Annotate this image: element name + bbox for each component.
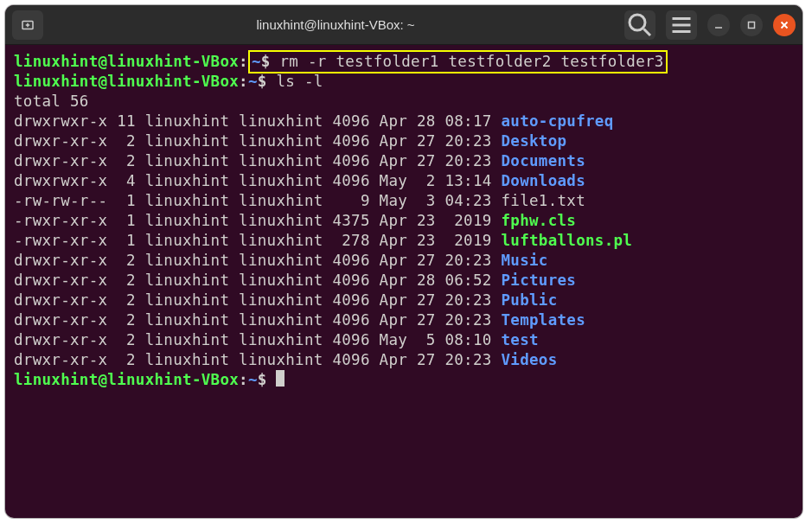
svg-point-3 <box>630 15 645 30</box>
svg-rect-9 <box>749 22 755 28</box>
file-name: Music <box>501 252 547 269</box>
hamburger-menu-button[interactable] <box>666 10 697 40</box>
ls-row: drwxr-xr-x 2 linuxhint linuxhint 4096 Ap… <box>14 291 794 310</box>
new-tab-button[interactable] <box>12 10 43 40</box>
highlighted-command: ~$ rm -r testfolder1 testfolder2 testfol… <box>248 50 668 73</box>
file-name: Pictures <box>501 272 576 289</box>
ls-row: -rw-rw-r-- 1 linuxhint linuxhint 9 May 3… <box>14 191 794 211</box>
ls-total: total 56 <box>14 92 794 112</box>
ls-row: drwxrwxr-x 11 linuxhint linuxhint 4096 A… <box>14 112 794 131</box>
terminal-window: linuxhint@linuxhint-VBox: ~ linuxhint@li… <box>5 5 802 518</box>
search-button[interactable] <box>624 10 655 40</box>
terminal-output[interactable]: linuxhint@linuxhint-VBox:~$ rm -r testfo… <box>5 45 802 518</box>
cursor <box>276 370 285 387</box>
svg-line-4 <box>644 29 651 35</box>
ls-row: drwxr-xr-x 2 linuxhint linuxhint 4096 Ap… <box>14 251 794 271</box>
file-name: Desktop <box>501 132 566 150</box>
maximize-button[interactable] <box>740 14 763 36</box>
file-name: Downloads <box>501 172 585 189</box>
file-name: Documents <box>501 152 585 169</box>
file-name: Videos <box>501 351 557 368</box>
file-name: file1.txt <box>501 192 585 209</box>
file-name: auto-cpufreq <box>501 112 613 130</box>
ls-row: drwxr-xr-x 2 linuxhint linuxhint 4096 Ap… <box>14 131 794 151</box>
ls-row: -rwxr-xr-x 1 linuxhint linuxhint 4375 Ap… <box>14 211 794 231</box>
ls-row: drwxr-xr-x 2 linuxhint linuxhint 4096 Ap… <box>14 271 794 291</box>
ls-row: drwxr-xr-x 2 linuxhint linuxhint 4096 Ma… <box>14 330 794 350</box>
window-title: linuxhint@linuxhint-VBox: ~ <box>47 17 624 32</box>
titlebar: linuxhint@linuxhint-VBox: ~ <box>5 5 802 45</box>
prompt-colon: : <box>239 53 248 70</box>
close-button[interactable] <box>773 14 796 36</box>
file-name: fphw.cls <box>501 212 576 229</box>
file-name: Public <box>501 291 557 309</box>
file-name: test <box>501 331 538 348</box>
ls-row: drwxr-xr-x 2 linuxhint linuxhint 4096 Ap… <box>14 310 794 330</box>
minimize-button[interactable] <box>707 14 730 36</box>
ls-row: drwxrwxr-x 4 linuxhint linuxhint 4096 Ma… <box>14 171 794 191</box>
ls-row: drwxr-xr-x 2 linuxhint linuxhint 4096 Ap… <box>14 151 794 171</box>
ls-row: drwxr-xr-x 2 linuxhint linuxhint 4096 Ap… <box>14 350 794 370</box>
file-name: luftballons.pl <box>501 232 632 249</box>
ls-row: -rwxr-xr-x 1 linuxhint linuxhint 278 Apr… <box>14 231 794 251</box>
file-name: Templates <box>501 311 585 329</box>
prompt-user-host: linuxhint@linuxhint-VBox <box>14 53 239 70</box>
